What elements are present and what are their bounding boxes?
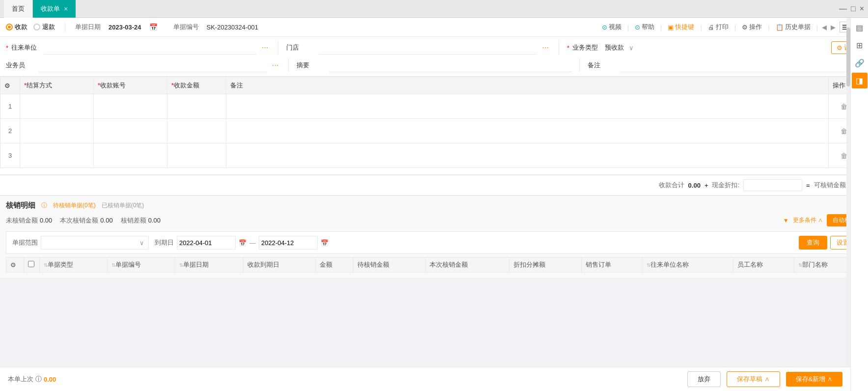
- range-arrow-icon: ∨: [139, 239, 144, 247]
- action-btn[interactable]: ⚙ 操作: [740, 22, 764, 32]
- row-account-2[interactable]: [94, 119, 167, 143]
- window-controls: — □ ×: [839, 4, 864, 13]
- verify-col-checkbox[interactable]: [24, 257, 40, 273]
- row-note-2[interactable]: [226, 119, 829, 143]
- video-btn[interactable]: ⊙ 视频: [600, 22, 624, 32]
- table-body: 1 🗑 ⊕ 2: [0, 94, 868, 168]
- counterpart-input[interactable]: [44, 41, 257, 55]
- range-label: 单据范围: [12, 238, 38, 247]
- nav-right-icon[interactable]: ▶: [831, 24, 836, 31]
- counterpart-more-icon[interactable]: ···: [260, 43, 270, 52]
- row-note-3[interactable]: [226, 143, 829, 168]
- receipt-type-selector: 收款 退款: [6, 23, 55, 31]
- diff-label: 核销差额: [121, 216, 146, 225]
- nav-left-icon[interactable]: ◀: [822, 24, 827, 31]
- print-btn[interactable]: 🖨 打印: [706, 22, 731, 32]
- salesperson-more-icon[interactable]: ···: [270, 61, 280, 70]
- print-icon: 🖨: [708, 24, 714, 31]
- verify-col-no: ⇅单据编号: [108, 257, 175, 273]
- sidebar-table-icon[interactable]: ▤: [852, 20, 868, 35]
- remark-input[interactable]: [620, 58, 862, 72]
- equals-sign: =: [806, 182, 810, 189]
- row-account-3[interactable]: [94, 143, 167, 168]
- refund-radio[interactable]: 退款: [33, 23, 55, 31]
- more-cond-btn[interactable]: 更多条件 ∧: [793, 216, 823, 224]
- uncancelled-label: 未核销金额: [6, 216, 38, 225]
- draft-button[interactable]: 保存草稿 ∧: [727, 371, 780, 387]
- receipt-radio[interactable]: 收款: [6, 23, 27, 31]
- business-type-arrow-icon[interactable]: ∨: [629, 44, 634, 52]
- store-label: 门店: [286, 43, 316, 52]
- help-btn[interactable]: ⊙ 帮助: [633, 22, 656, 32]
- verify-col-counterpart: ⇅往来单位名称: [642, 257, 733, 273]
- row-settle-3[interactable]: [20, 143, 94, 168]
- cal-from-icon[interactable]: 📅: [239, 239, 246, 247]
- verify-col-employee: 员工名称: [733, 257, 794, 273]
- row-note-1[interactable]: [226, 94, 829, 119]
- current-value: 0.00: [100, 217, 112, 224]
- verify-col-settings[interactable]: ⚙: [6, 257, 24, 273]
- store-input[interactable]: [319, 41, 537, 55]
- tab-close-icon[interactable]: ×: [64, 0, 68, 18]
- salesperson-input[interactable]: [38, 58, 267, 72]
- summary-input[interactable]: [329, 58, 571, 72]
- row-num-2: 2: [0, 119, 20, 143]
- select-all-checkbox[interactable]: [28, 261, 34, 267]
- form-header: 收款 退款 单据日期 2023-03-24 📅 单据编号 SK-20230324…: [0, 18, 868, 37]
- verify-col-pending: 待核销金额: [353, 257, 426, 273]
- field-divider-1: [278, 41, 278, 55]
- current-label: 本次核销金额: [60, 216, 98, 225]
- done-tab[interactable]: 已核销单据(0笔): [102, 201, 144, 210]
- filter-row: 单据范围 ∨ 到期日 📅 — 📅 查询 设置: [6, 231, 862, 254]
- remark-label: 备注: [588, 61, 617, 70]
- info-icon[interactable]: ⓘ: [35, 375, 42, 384]
- row-amount-3[interactable]: [167, 143, 226, 168]
- col-settle-header: *结算方式: [20, 77, 94, 94]
- verify-table: ⚙ ⇅单据类型 ⇅单据编号 ⇅单据日期 收款到期日 金额 待核销金: [6, 257, 862, 273]
- store-more-icon[interactable]: ···: [540, 43, 550, 52]
- sidebar-link-icon[interactable]: 🔗: [852, 55, 868, 71]
- row-settle-2[interactable]: [20, 119, 94, 143]
- sidebar-grid-icon[interactable]: ⊞: [852, 37, 868, 53]
- main-content: 收款 退款 单据日期 2023-03-24 📅 单据编号 SK-20230324…: [0, 18, 868, 391]
- due-date-label: 到期日: [155, 238, 174, 247]
- date-to-input[interactable]: [259, 236, 318, 250]
- bottom-footer: 本单上次 ⓘ 0.00 放弃 保存草稿 ∧ 保存&新增 ∧: [0, 367, 850, 391]
- diff-value: 0.00: [148, 217, 161, 224]
- range-select[interactable]: ∨: [41, 236, 149, 250]
- minimize-button[interactable]: —: [839, 4, 847, 13]
- sidebar-panel-icon[interactable]: ◨: [852, 73, 868, 88]
- scroll-thumb[interactable]: [846, 28, 850, 86]
- discount-label: 现金折扣:: [712, 181, 739, 190]
- video-icon: ⊙: [602, 24, 607, 31]
- cal-to-icon[interactable]: 📅: [321, 239, 328, 247]
- pending-tab[interactable]: 待核销单据(0笔): [53, 201, 96, 210]
- verify-header: 核销明细 ⓘ 待核销单据(0笔) 已核销单据(0笔): [6, 201, 862, 210]
- close-window-button[interactable]: ×: [860, 4, 864, 13]
- summary-label: 摘要: [297, 61, 326, 70]
- shortcut-btn[interactable]: ▣ 快捷键: [666, 22, 696, 32]
- row-settle-1[interactable]: [20, 94, 94, 119]
- discount-input[interactable]: [743, 179, 802, 191]
- table-row: 3 🗑 ⊕: [0, 143, 868, 168]
- tab-home[interactable]: 首页: [4, 0, 33, 18]
- col-note-header: 备注: [226, 77, 829, 94]
- history-btn[interactable]: 📋 历史单据: [774, 22, 813, 32]
- col-settings-header[interactable]: ⚙: [0, 77, 20, 94]
- row-amount-1[interactable]: [167, 94, 226, 119]
- maximize-button[interactable]: □: [851, 4, 856, 13]
- receipt-table-area: ⚙ *结算方式 *收款账号 *收款金额 备注 操作 1: [0, 77, 868, 175]
- calendar-icon[interactable]: 📅: [149, 23, 158, 31]
- row-amount-2[interactable]: [167, 119, 226, 143]
- no-value: SK-20230324-001: [207, 24, 259, 31]
- row-account-1[interactable]: [94, 94, 167, 119]
- tab-receipt[interactable]: 收款单 ×: [33, 0, 76, 18]
- salesperson-field: 业务员 ···: [6, 58, 280, 72]
- save-button[interactable]: 保存&新增 ∧: [786, 372, 842, 387]
- right-sidebar: ▤ ⊞ 🔗 ◨: [850, 18, 868, 391]
- counterpart-field: * 往来单位 ···: [6, 41, 270, 55]
- abandon-button[interactable]: 放弃: [687, 371, 721, 387]
- query-button[interactable]: 查询: [799, 236, 827, 250]
- date-from-input[interactable]: [177, 236, 236, 250]
- verify-info-icon[interactable]: ⓘ: [41, 201, 47, 210]
